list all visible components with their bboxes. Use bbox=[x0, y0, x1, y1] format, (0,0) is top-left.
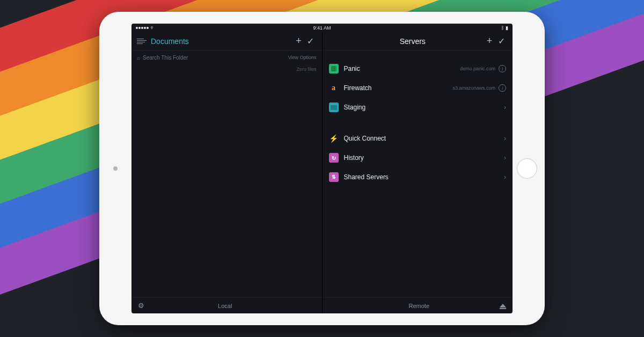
tablet-frame: ᯤ 9:41 AM ᛒ ▮ Documents + ✓ ⌕ Search Thi… bbox=[99, 12, 545, 325]
local-tab-label[interactable]: Local bbox=[144, 303, 306, 309]
info-icon[interactable]: i bbox=[499, 65, 506, 72]
history-icon: ↻ bbox=[329, 153, 339, 163]
shared-servers-row[interactable]: ⇅ Shared Servers › bbox=[323, 167, 513, 187]
search-row[interactable]: ⌕ Search This Folder View Options bbox=[131, 50, 322, 64]
server-row-panic[interactable]: Panic demo.panic.com i bbox=[323, 59, 513, 78]
status-bar: ᯤ 9:41 AM ᛒ ▮ bbox=[131, 24, 513, 32]
battery-icon: ▮ bbox=[506, 25, 508, 31]
chevron-right-icon: › bbox=[504, 104, 506, 111]
servers-bottombar: Remote bbox=[323, 297, 513, 313]
action-label: Quick Connect bbox=[344, 135, 504, 142]
settings-button[interactable]: ⚙ bbox=[138, 302, 144, 310]
bluetooth-icon: ᛒ bbox=[501, 25, 504, 31]
panic-icon bbox=[329, 64, 339, 74]
documents-title: Documents bbox=[151, 37, 293, 46]
server-label: Panic bbox=[344, 65, 460, 72]
chevron-right-icon: › bbox=[504, 135, 506, 142]
action-label: Shared Servers bbox=[344, 173, 504, 181]
server-subtitle: demo.panic.com bbox=[460, 66, 495, 71]
quick-connect-row[interactable]: ⚡ Quick Connect › bbox=[323, 129, 513, 148]
select-servers-button[interactable]: ✓ bbox=[495, 36, 507, 46]
select-documents-button[interactable]: ✓ bbox=[305, 36, 317, 46]
server-row-firewatch[interactable]: a Firewatch s3.amazonaws.com i bbox=[323, 78, 513, 98]
servers-titlebar: Servers + ✓ bbox=[323, 32, 513, 50]
menu-icon[interactable] bbox=[137, 39, 147, 44]
signal-icon bbox=[136, 27, 149, 29]
documents-pane: Documents + ✓ ⌕ Search This Folder View … bbox=[131, 32, 323, 313]
chevron-right-icon: › bbox=[504, 173, 506, 181]
add-document-button[interactable]: + bbox=[293, 35, 305, 47]
search-placeholder: Search This Folder bbox=[143, 55, 288, 61]
server-subtitle: s3.amazonaws.com bbox=[452, 85, 495, 91]
documents-bottombar: ⚙ Local bbox=[131, 297, 322, 313]
wifi-icon: ᯤ bbox=[150, 25, 155, 31]
server-label: Staging bbox=[344, 104, 504, 111]
add-server-button[interactable]: + bbox=[484, 35, 495, 47]
tablet-camera bbox=[113, 166, 118, 171]
view-options-link[interactable]: View Options bbox=[288, 55, 317, 60]
servers-title: Servers bbox=[342, 37, 484, 46]
info-icon[interactable]: i bbox=[499, 84, 506, 92]
eject-button[interactable] bbox=[500, 304, 506, 307]
folder-icon bbox=[329, 102, 339, 112]
bolt-icon: ⚡ bbox=[329, 134, 339, 143]
chevron-right-icon: › bbox=[504, 154, 506, 162]
firewatch-icon: a bbox=[329, 83, 339, 93]
empty-state-label: Zero files bbox=[131, 64, 322, 72]
app-screen: ᯤ 9:41 AM ᛒ ▮ Documents + ✓ ⌕ Search Thi… bbox=[131, 24, 513, 313]
remote-tab-label[interactable]: Remote bbox=[339, 303, 500, 309]
history-row[interactable]: ↻ History › bbox=[323, 148, 513, 167]
status-time: 9:41 AM bbox=[131, 25, 513, 31]
server-row-staging[interactable]: Staging › bbox=[323, 98, 513, 117]
home-button[interactable] bbox=[517, 158, 537, 179]
servers-pane: Servers + ✓ Panic demo.panic.com i a bbox=[323, 32, 513, 313]
server-label: Firewatch bbox=[344, 84, 453, 92]
action-label: History bbox=[344, 154, 504, 162]
shared-icon: ⇅ bbox=[329, 172, 339, 182]
search-icon: ⌕ bbox=[137, 55, 140, 61]
documents-titlebar: Documents + ✓ bbox=[131, 32, 322, 50]
